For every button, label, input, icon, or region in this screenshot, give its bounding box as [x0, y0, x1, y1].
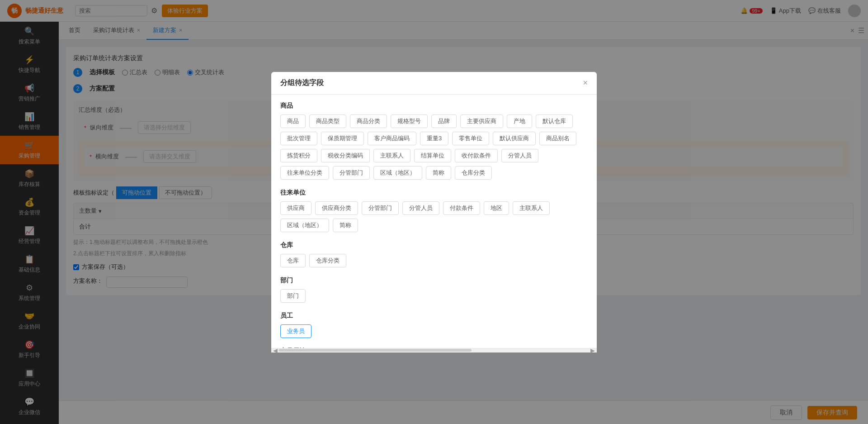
field-batch-mgmt[interactable]: 批次管理 — [280, 132, 317, 145]
field-default-supplier[interactable]: 默认供应商 — [493, 132, 536, 145]
field-group-dept: 部门 部门 — [280, 276, 588, 303]
field-pickup-score[interactable]: 拣货积分 — [280, 149, 317, 162]
field-main-contact[interactable]: 主联系人 — [373, 149, 410, 162]
field-area-region[interactable]: 区域（地区） — [373, 166, 422, 180]
modal-overlay: 分组待选字段 × 商品 商品 商品类型 商品分类 规格型号 品牌 主要供应商 产… — [0, 0, 868, 424]
field-group-warehouse-title: 仓库 — [280, 241, 588, 249]
field-product-category[interactable]: 商品分类 — [350, 114, 387, 128]
field-manager[interactable]: 分管人员 — [501, 149, 538, 162]
field-abbr[interactable]: 简称 — [426, 166, 451, 180]
scroll-right-arrow[interactable]: ▶ — [590, 347, 595, 354]
modal-field-selector: 分组待选字段 × 商品 商品 商品类型 商品分类 规格型号 品牌 主要供应商 产… — [271, 72, 597, 353]
field-salesperson[interactable]: 业务员 — [280, 324, 311, 338]
modal-close-button[interactable]: × — [583, 79, 588, 87]
field-area2[interactable]: 区域（地区） — [280, 219, 329, 232]
field-group-product-title: 商品 — [280, 102, 588, 110]
modal-scroll-track[interactable]: ◀ ▶ — [271, 348, 597, 353]
partner-field-list: 供应商 供应商分类 分管部门 分管人员 付款条件 地区 主联系人 区域（地区） … — [280, 201, 588, 232]
field-alias[interactable]: 商品别名 — [539, 132, 576, 145]
modal-title: 分组待选字段 — [280, 78, 324, 88]
field-main-supplier[interactable]: 主要供应商 — [460, 114, 503, 128]
field-settle-unit[interactable]: 结算单位 — [414, 149, 451, 162]
field-wh[interactable]: 仓库 — [280, 254, 306, 267]
field-dept[interactable]: 分管部门 — [362, 201, 399, 215]
product-field-list: 商品 商品类型 商品分类 规格型号 品牌 主要供应商 产地 默认仓库 批次管理 … — [280, 114, 588, 180]
employee-field-list: 业务员 — [280, 324, 588, 338]
field-origin[interactable]: 产地 — [507, 114, 532, 128]
warehouse-field-list: 仓库 仓库分类 — [280, 254, 588, 267]
field-group-warehouse: 仓库 仓库 仓库分类 — [280, 241, 588, 267]
field-weight3[interactable]: 重量3 — [420, 132, 448, 145]
field-wh-cat[interactable]: 仓库分类 — [309, 254, 346, 267]
modal-header: 分组待选字段 × — [271, 72, 597, 95]
scroll-thumb[interactable] — [278, 349, 472, 352]
field-group-partner-title: 往来单位 — [280, 189, 588, 197]
field-payment-cond[interactable]: 付款条件 — [443, 201, 480, 215]
field-region[interactable]: 地区 — [484, 201, 509, 215]
field-supplier-cat[interactable]: 供应商分类 — [315, 201, 358, 215]
field-mgmt-dept[interactable]: 分管部门 — [333, 166, 370, 180]
field-group-employee-title: 员工 — [280, 312, 588, 320]
field-abbr2[interactable]: 简称 — [333, 219, 358, 232]
field-product-type[interactable]: 商品类型 — [309, 114, 346, 128]
field-expiry-mgmt[interactable]: 保质期管理 — [321, 132, 364, 145]
field-dept-person[interactable]: 分管人员 — [402, 201, 439, 215]
field-dept-field[interactable]: 部门 — [280, 289, 306, 303]
scroll-left-arrow[interactable]: ◀ — [273, 347, 278, 354]
field-group-partner: 往来单位 供应商 供应商分类 分管部门 分管人员 付款条件 地区 主联系人 区域… — [280, 189, 588, 232]
field-retail-unit[interactable]: 零售单位 — [452, 132, 489, 145]
field-contact[interactable]: 主联系人 — [513, 201, 550, 215]
field-warehouse-cat[interactable]: 仓库分类 — [455, 166, 492, 180]
modal-body: 商品 商品 商品类型 商品分类 规格型号 品牌 主要供应商 产地 默认仓库 批次… — [271, 95, 597, 348]
field-brand[interactable]: 品牌 — [431, 114, 457, 128]
field-supplier[interactable]: 供应商 — [280, 201, 311, 215]
field-payment-terms[interactable]: 收付款条件 — [455, 149, 498, 162]
field-default-warehouse[interactable]: 默认仓库 — [536, 114, 573, 128]
field-customer-code[interactable]: 客户商品编码 — [368, 132, 416, 145]
dept-field-list: 部门 — [280, 289, 588, 303]
field-source-unit-cat[interactable]: 往来单位分类 — [280, 166, 329, 180]
field-product[interactable]: 商品 — [280, 114, 306, 128]
field-group-product: 商品 商品 商品类型 商品分类 规格型号 品牌 主要供应商 产地 默认仓库 批次… — [280, 102, 588, 180]
field-tax-code[interactable]: 税收分类编码 — [321, 149, 370, 162]
field-group-employee: 员工 业务员 — [280, 312, 588, 338]
field-group-dept-title: 部门 — [280, 276, 588, 285]
field-spec-type[interactable]: 规格型号 — [391, 114, 428, 128]
